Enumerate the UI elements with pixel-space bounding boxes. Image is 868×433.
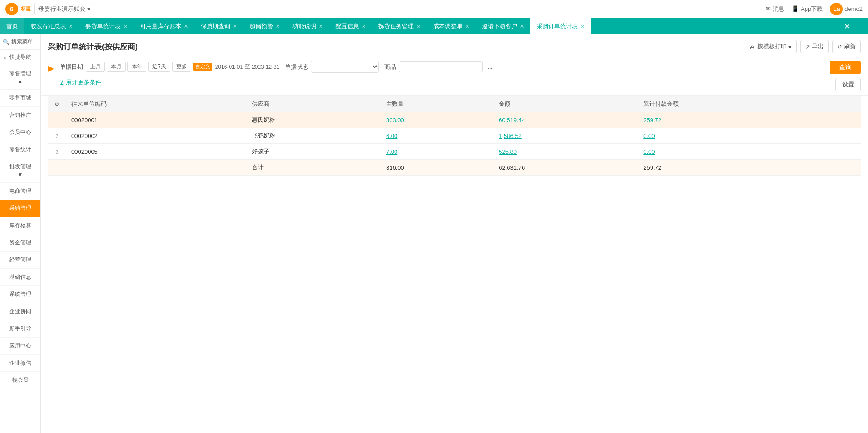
tab-yaohuo-close[interactable]: ✕: [123, 24, 127, 29]
tab-chaochuyujing[interactable]: 超储预警 ✕: [243, 18, 286, 34]
search-icon: 🔍: [3, 39, 9, 45]
quantity-link[interactable]: 7.00: [386, 148, 397, 155]
workspace-selector[interactable]: 母婴行业演示账套 ▾: [34, 3, 94, 15]
sidebar-item-inventory[interactable]: 库存核算: [0, 217, 40, 234]
date-btn-this-month[interactable]: 本月: [107, 62, 126, 72]
sidebar-system-label: 系统管理: [9, 290, 31, 298]
row-code: 00020002: [66, 128, 246, 144]
chevron-icon: ▲: [18, 78, 23, 85]
nav-expand-button[interactable]: ⛶: [854, 20, 864, 32]
sidebar-search[interactable]: 🔍 搜索菜单: [0, 34, 40, 50]
tab-yaoqing-close[interactable]: ✕: [520, 24, 524, 29]
tab-chaochuyujing-label: 超储预警: [250, 22, 273, 30]
sidebar-item-retail-mall[interactable]: 零售商城: [0, 90, 40, 107]
sidebar-item-operations[interactable]: 经营管理: [0, 252, 40, 269]
tab-caigou-close[interactable]: ✕: [580, 24, 585, 29]
sidebar-item-member2[interactable]: 畅会员: [0, 372, 40, 389]
expand-label: 展开更多条件: [66, 78, 101, 86]
app-download-label: App下载: [801, 5, 823, 13]
status-filter: 单据状态: [285, 61, 379, 73]
table-body: 1 00020001 惠氏奶粉 303.00 60,519.44 259.72 …: [48, 112, 861, 160]
sidebar-wechat-label: 企业微信: [9, 359, 31, 367]
date-btn-7days[interactable]: 近7天: [148, 62, 170, 72]
filter-toggle-icon[interactable]: ▶: [48, 64, 54, 73]
user-area[interactable]: Ea demo2: [830, 3, 863, 15]
tab-baozhiqi-label: 保质期查询: [201, 22, 230, 30]
sidebar-item-wholesale[interactable]: 批发管理 ▼: [0, 158, 40, 183]
page-header: 采购订单统计表(按供应商) 🖨 按模板打印 ▾ ↗ 导出 ↺ 刷新: [41, 34, 868, 57]
sidebar-item-system[interactable]: 系统管理: [0, 286, 40, 303]
sidebar-item-purchase[interactable]: 采购管理: [0, 200, 40, 217]
settings-button[interactable]: 设置: [835, 78, 861, 91]
tab-chaochuyujing-close[interactable]: ✕: [276, 24, 280, 29]
tab-baozhiqi-close[interactable]: ✕: [233, 24, 237, 29]
message-button[interactable]: ✉ 消息: [766, 5, 784, 13]
gear-icon[interactable]: ⚙: [54, 101, 60, 108]
amount-link[interactable]: 1,586.52: [499, 133, 522, 139]
date-btn-this-year[interactable]: 本年: [127, 62, 146, 72]
tab-chengben-close[interactable]: ✕: [465, 24, 469, 29]
logo-text: 标题: [21, 5, 31, 12]
sidebar-item-app-center[interactable]: 应用中心: [0, 338, 40, 355]
amount-link[interactable]: 525.80: [499, 148, 517, 155]
refresh-button[interactable]: ↺ 刷新: [832, 40, 861, 53]
app-download-button[interactable]: 📱 App下载: [792, 5, 823, 13]
custom-badge: 自定义: [193, 63, 212, 71]
tab-shoufacun[interactable]: 收发存汇总表 ✕: [24, 18, 79, 34]
export-button[interactable]: ↗ 导出: [800, 40, 829, 53]
sidebar-retail-stats-label: 零售统计: [9, 146, 31, 153]
tab-gongneng[interactable]: 功能说明 ✕: [286, 18, 329, 34]
tab-jianhuo[interactable]: 拣货任务管理 ✕: [372, 18, 427, 34]
tab-peizhi[interactable]: 配置信息 ✕: [329, 18, 372, 34]
printer-icon: 🖨: [750, 43, 755, 50]
sidebar-item-marketing[interactable]: 营销推广: [0, 107, 40, 124]
print-arrow: ▾: [788, 43, 792, 50]
tab-yaoqing[interactable]: 邀请下游客户 ✕: [476, 18, 530, 34]
tab-home[interactable]: 首页: [0, 18, 24, 34]
sidebar-item-wechat[interactable]: 企业微信: [0, 355, 40, 372]
logo-icon: 6: [5, 3, 18, 15]
sidebar-item-retail-mgmt[interactable]: 零售管理 ▲: [0, 65, 40, 90]
sidebar-item-ecommerce[interactable]: 电商管理: [0, 183, 40, 200]
paid-link[interactable]: 0.00: [643, 148, 655, 155]
more-icon[interactable]: ...: [487, 63, 492, 70]
col-quantity: 主数量: [381, 96, 493, 112]
amount-link[interactable]: 60,519.44: [499, 117, 525, 124]
tab-keyongliang-close[interactable]: ✕: [184, 24, 188, 29]
sidebar-finance-label: 资金管理: [9, 239, 31, 247]
tab-baozhiqi[interactable]: 保质期查询 ✕: [194, 18, 243, 34]
goods-input[interactable]: [399, 61, 483, 72]
tab-peizhi-close[interactable]: ✕: [362, 24, 366, 29]
sidebar-item-collaboration[interactable]: 企业协同: [0, 303, 40, 320]
logo: 6 标题: [5, 3, 31, 15]
nav-close-button[interactable]: ✕: [842, 20, 852, 33]
row-extra: [818, 128, 861, 144]
sidebar-item-retail-stats[interactable]: 零售统计: [0, 141, 40, 158]
print-button[interactable]: 🖨 按模板打印 ▾: [745, 40, 797, 53]
chevron-down-icon: ▾: [87, 5, 90, 12]
paid-link[interactable]: 0.00: [643, 133, 655, 139]
query-button[interactable]: 查询: [830, 61, 861, 74]
sidebar-quick-nav[interactable]: ☆ 快捷导航: [0, 50, 40, 65]
tab-yaohuo[interactable]: 要货单统计表 ✕: [79, 18, 134, 34]
sidebar-item-finance[interactable]: 资金管理: [0, 234, 40, 252]
tab-jianhuo-close[interactable]: ✕: [416, 24, 420, 29]
sidebar-wholesale-label: 批发管理: [9, 163, 31, 171]
sidebar-item-basic-info[interactable]: 基础信息: [0, 269, 40, 286]
date-btn-last-month[interactable]: 上月: [86, 62, 105, 72]
date-btn-more[interactable]: 更多: [172, 62, 191, 72]
sidebar-item-newbie[interactable]: 新手引导: [0, 320, 40, 338]
tab-caigou[interactable]: 采购订单统计表 ✕: [530, 18, 591, 34]
tab-keyongliang[interactable]: 可用量库存账本 ✕: [134, 18, 194, 34]
expand-button[interactable]: ⊻ 展开更多条件: [60, 78, 825, 86]
tab-gongneng-close[interactable]: ✕: [319, 24, 323, 29]
tab-shoufacun-close[interactable]: ✕: [69, 24, 73, 29]
quantity-link[interactable]: 6.00: [386, 133, 397, 139]
quantity-link[interactable]: 303.00: [386, 117, 404, 124]
status-select[interactable]: [311, 61, 379, 73]
tab-chengben[interactable]: 成本调整单 ✕: [427, 18, 476, 34]
tab-shoufacun-label: 收发存汇总表: [31, 22, 66, 30]
sidebar-item-member[interactable]: 会员中心: [0, 124, 40, 141]
paid-link[interactable]: 259.72: [643, 117, 661, 124]
sidebar: 🔍 搜索菜单 ☆ 快捷导航 零售管理 ▲ 零售商城 营销推广 会员中心 零售统计…: [0, 34, 41, 433]
